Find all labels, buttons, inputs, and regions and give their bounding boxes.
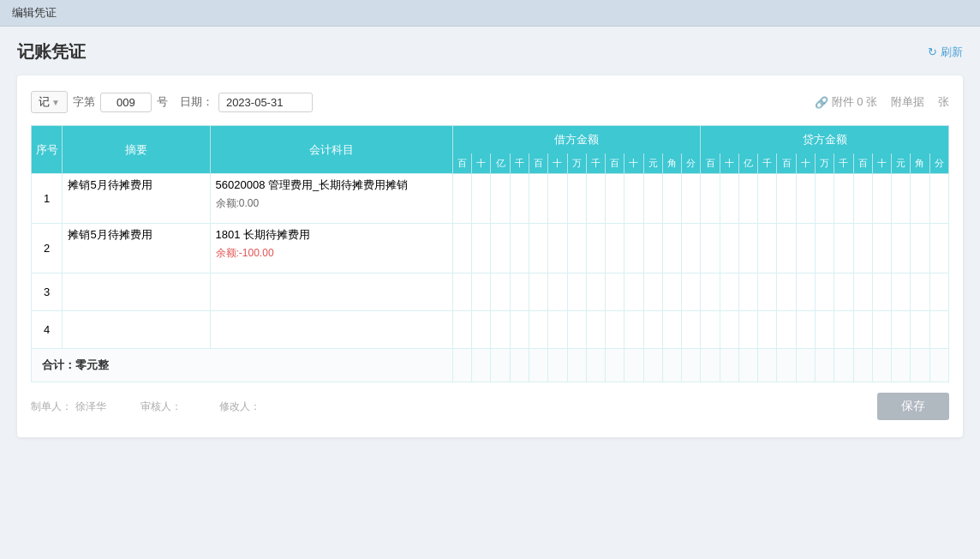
row-2-debit-3[interactable] — [510, 273, 529, 311]
row-3-credit-8[interactable] — [853, 311, 872, 349]
row-1-credit-8[interactable] — [853, 224, 872, 273]
row-2-debit-2[interactable] — [491, 273, 510, 311]
row-1-account[interactable]: 1801 长期待摊费用余额:-100.00 — [210, 224, 452, 273]
row-2-debit-0[interactable] — [452, 273, 471, 311]
row-0-debit-8[interactable] — [606, 174, 624, 224]
row-0-debit-0[interactable] — [452, 174, 471, 224]
row-1-debit-0[interactable] — [452, 224, 471, 273]
row-0-credit-4[interactable] — [777, 174, 796, 224]
row-1-debit-3[interactable] — [510, 224, 529, 273]
row-3-credit-2[interactable] — [738, 311, 757, 349]
row-2-credit-12[interactable] — [929, 273, 948, 311]
row-1-credit-6[interactable] — [816, 224, 834, 273]
row-3-debit-11[interactable] — [662, 311, 681, 349]
row-1-credit-11[interactable] — [911, 224, 929, 273]
row-1-credit-10[interactable] — [892, 224, 911, 273]
row-1-summary[interactable]: 摊销5月待摊费用 — [63, 224, 210, 273]
row-0-credit-3[interactable] — [758, 174, 777, 224]
row-1-debit-11[interactable] — [662, 224, 681, 273]
row-3-credit-10[interactable] — [892, 311, 911, 349]
row-2-credit-11[interactable] — [911, 273, 929, 311]
row-3-debit-7[interactable] — [586, 311, 605, 349]
row-0-credit-5[interactable] — [796, 174, 815, 224]
row-2-credit-0[interactable] — [701, 273, 720, 311]
refresh-button[interactable]: ↻ 刷新 — [928, 45, 963, 60]
row-0-credit-6[interactable] — [816, 174, 834, 224]
row-0-debit-6[interactable] — [567, 174, 586, 224]
row-3-debit-12[interactable] — [682, 311, 701, 349]
row-3-credit-6[interactable] — [816, 311, 834, 349]
row-2-debit-9[interactable] — [624, 273, 643, 311]
row-2-summary[interactable] — [63, 273, 210, 311]
row-0-debit-9[interactable] — [624, 174, 643, 224]
row-2-account[interactable] — [210, 273, 452, 311]
row-0-debit-4[interactable] — [529, 174, 548, 224]
row-0-credit-1[interactable] — [720, 174, 738, 224]
save-button[interactable]: 保存 — [877, 393, 949, 420]
row-1-debit-5[interactable] — [548, 224, 567, 273]
voucher-number-input[interactable] — [100, 93, 152, 112]
row-3-credit-7[interactable] — [834, 311, 853, 349]
row-2-credit-7[interactable] — [834, 273, 853, 311]
row-0-debit-5[interactable] — [548, 174, 567, 224]
row-1-credit-2[interactable] — [738, 224, 757, 273]
row-2-debit-10[interactable] — [643, 273, 662, 311]
row-3-credit-5[interactable] — [796, 311, 815, 349]
row-0-credit-8[interactable] — [853, 174, 872, 224]
row-3-debit-9[interactable] — [624, 311, 643, 349]
row-0-debit-1[interactable] — [472, 174, 491, 224]
row-2-credit-5[interactable] — [796, 273, 815, 311]
row-2-credit-10[interactable] — [892, 273, 911, 311]
row-1-credit-3[interactable] — [758, 224, 777, 273]
row-1-debit-9[interactable] — [624, 224, 643, 273]
row-3-debit-5[interactable] — [548, 311, 567, 349]
row-3-credit-3[interactable] — [758, 311, 777, 349]
row-2-credit-6[interactable] — [816, 273, 834, 311]
row-0-credit-9[interactable] — [872, 174, 891, 224]
row-2-debit-4[interactable] — [529, 273, 548, 311]
row-0-debit-7[interactable] — [586, 174, 605, 224]
row-0-summary[interactable]: 摊销5月待摊费用 — [63, 174, 210, 224]
row-1-debit-4[interactable] — [529, 224, 548, 273]
row-1-debit-6[interactable] — [567, 224, 586, 273]
row-3-credit-0[interactable] — [701, 311, 720, 349]
row-2-debit-12[interactable] — [682, 273, 701, 311]
row-2-debit-1[interactable] — [472, 273, 491, 311]
row-0-debit-2[interactable] — [491, 174, 510, 224]
row-2-debit-6[interactable] — [567, 273, 586, 311]
row-0-debit-3[interactable] — [510, 174, 529, 224]
row-3-credit-1[interactable] — [720, 311, 738, 349]
row-3-debit-2[interactable] — [491, 311, 510, 349]
row-3-debit-4[interactable] — [529, 311, 548, 349]
row-2-debit-7[interactable] — [586, 273, 605, 311]
row-2-credit-4[interactable] — [777, 273, 796, 311]
row-2-credit-2[interactable] — [738, 273, 757, 311]
row-1-credit-1[interactable] — [720, 224, 738, 273]
row-3-credit-4[interactable] — [777, 311, 796, 349]
row-0-credit-12[interactable] — [929, 174, 948, 224]
row-1-credit-9[interactable] — [872, 224, 891, 273]
row-3-debit-6[interactable] — [567, 311, 586, 349]
row-3-debit-3[interactable] — [510, 311, 529, 349]
row-1-credit-12[interactable] — [929, 224, 948, 273]
row-3-debit-0[interactable] — [452, 311, 471, 349]
row-2-credit-3[interactable] — [758, 273, 777, 311]
row-0-credit-7[interactable] — [834, 174, 853, 224]
row-3-credit-9[interactable] — [872, 311, 891, 349]
row-1-debit-1[interactable] — [472, 224, 491, 273]
row-1-credit-5[interactable] — [796, 224, 815, 273]
voucher-type-button[interactable]: 记 ▼ — [31, 91, 68, 113]
row-2-credit-8[interactable] — [853, 273, 872, 311]
row-2-credit-1[interactable] — [720, 273, 738, 311]
row-3-credit-12[interactable] — [929, 311, 948, 349]
row-2-credit-9[interactable] — [872, 273, 891, 311]
date-input[interactable] — [218, 93, 313, 112]
row-1-debit-12[interactable] — [682, 224, 701, 273]
row-1-debit-10[interactable] — [643, 224, 662, 273]
row-0-credit-0[interactable] — [701, 174, 720, 224]
row-2-debit-11[interactable] — [662, 273, 681, 311]
row-1-debit-2[interactable] — [491, 224, 510, 273]
row-3-debit-1[interactable] — [472, 311, 491, 349]
row-0-debit-10[interactable] — [643, 174, 662, 224]
row-1-debit-7[interactable] — [586, 224, 605, 273]
